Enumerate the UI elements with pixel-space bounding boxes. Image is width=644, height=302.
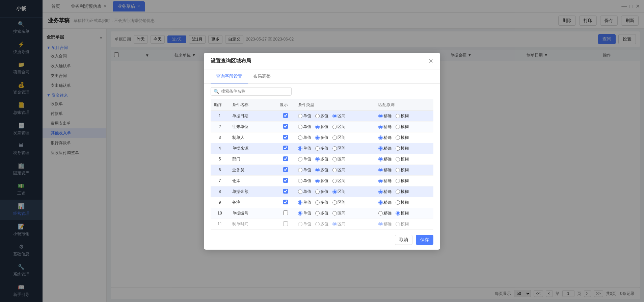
radio-fuzzy-7[interactable]: 模糊 [396,178,409,184]
dialog-footer: 取消 保存 [204,230,440,250]
cell-order: 6 [211,165,229,175]
cell-type: 单值 多值 区间 [295,197,375,208]
radio-fuzzy-1[interactable]: 模糊 [396,113,409,119]
dialog-cancel-button[interactable]: 取消 [395,235,412,245]
cell-show [276,121,295,132]
radio-multi-4[interactable]: 多值 [315,146,328,151]
cell-match: 精确 模糊 [375,132,433,143]
radio-range-1[interactable]: 区间 [332,113,346,119]
show-checkbox-5[interactable] [283,156,288,161]
dialog-conditions-table: 顺序 条件名称 显示 条件类型 匹配原则 1 单据日期 [211,99,433,230]
radio-range-4[interactable]: 区间 [332,146,346,151]
radio-multi-1[interactable]: 多值 [315,113,328,119]
cell-type: 单值 多值 区间 [295,121,375,132]
radio-multi-3[interactable]: 多值 [315,135,328,141]
radio-exact-11[interactable]: 精确 [378,221,392,227]
show-checkbox-1[interactable] [283,113,288,118]
radio-single-7[interactable]: 单值 [298,178,311,184]
radio-range-8[interactable]: 区间 [332,189,346,195]
radio-fuzzy-4[interactable]: 模糊 [396,146,409,151]
radio-single-8[interactable]: 单值 [298,189,311,195]
radio-exact-6[interactable]: 精确 [378,167,392,173]
radio-single-4[interactable]: 单值 [298,146,311,151]
radio-multi-9[interactable]: 多值 [315,200,328,205]
radio-exact-7[interactable]: 精确 [378,178,392,184]
radio-range-3[interactable]: 区间 [332,135,346,141]
radio-single-2[interactable]: 单值 [298,124,311,130]
show-checkbox-2[interactable] [283,124,288,129]
show-checkbox-3[interactable] [283,135,288,140]
dialog-close-icon[interactable]: ✕ [428,57,433,65]
radio-range-5[interactable]: 区间 [332,156,346,162]
col-condition-type: 条件类型 [295,99,375,111]
radio-exact-10[interactable]: 精确 [378,210,392,216]
radio-single-10[interactable]: 单值 [298,210,311,216]
radio-single-5[interactable]: 单值 [298,156,311,162]
dialog-body: 查询字段设置 布局调整 🔍 顺序 条 [204,70,440,230]
radio-exact-8[interactable]: 精确 [378,189,392,195]
cell-match: 精确 模糊 [375,121,433,132]
cell-type: 单值 多值 区间 [295,143,375,154]
radio-fuzzy-10[interactable]: 模糊 [396,210,409,216]
radio-fuzzy-8[interactable]: 模糊 [396,189,409,195]
radio-range-2[interactable]: 区间 [332,124,346,130]
radio-single-9[interactable]: 单值 [298,200,311,205]
radio-exact-5[interactable]: 精确 [378,156,392,162]
radio-range-10[interactable]: 区间 [332,210,346,216]
cell-show [276,186,295,197]
cell-match: 精确 模糊 [375,165,433,175]
show-checkbox-8[interactable] [283,189,288,194]
radio-fuzzy-3[interactable]: 模糊 [396,135,409,141]
radio-exact-2[interactable]: 精确 [378,124,392,130]
radio-fuzzy-2[interactable]: 模糊 [396,124,409,130]
radio-multi-11[interactable]: 多值 [315,221,328,227]
radio-multi-10[interactable]: 多值 [315,210,328,216]
cell-match: 精确 模糊 [375,208,433,219]
settings-dialog: 设置查询区域布局 ✕ 查询字段设置 布局调整 🔍 [204,53,440,250]
cell-show [276,175,295,186]
cell-show [276,208,295,219]
radio-multi-7[interactable]: 多值 [315,178,328,184]
radio-range-7[interactable]: 区间 [332,178,346,184]
radio-multi-6[interactable]: 多值 [315,167,328,173]
radio-range-6[interactable]: 区间 [332,167,346,173]
show-checkbox-7[interactable] [283,178,288,183]
radio-single-3[interactable]: 单值 [298,135,311,141]
radio-single-11[interactable]: 单值 [298,221,311,227]
cell-type: 单值 多值 区间 [295,208,375,219]
radio-fuzzy-6[interactable]: 模糊 [396,167,409,173]
radio-single-6[interactable]: 单值 [298,167,311,173]
radio-exact-9[interactable]: 精确 [378,200,392,205]
cell-match: 精确 模糊 [375,197,433,208]
radio-fuzzy-9[interactable]: 模糊 [396,200,409,205]
cell-name: 单据来源 [229,143,276,154]
radio-range-9[interactable]: 区间 [332,200,346,205]
cell-show [276,132,295,143]
radio-exact-3[interactable]: 精确 [378,135,392,141]
radio-exact-4[interactable]: 精确 [378,146,392,151]
radio-multi-2[interactable]: 多值 [315,124,328,130]
cell-show [276,197,295,208]
col-show: 显示 [276,99,295,111]
radio-multi-8[interactable]: 多值 [315,189,328,195]
dialog-tab-layout[interactable]: 布局调整 [248,70,276,83]
show-checkbox-10[interactable] [283,210,288,215]
dialog-save-button[interactable]: 保存 [416,235,433,245]
show-checkbox-6[interactable] [283,167,288,172]
show-checkbox-4[interactable] [283,146,288,150]
show-checkbox-11[interactable] [283,221,288,226]
cell-match: 精确 模糊 [375,186,433,197]
radio-single-1[interactable]: 单值 [298,113,311,119]
condition-search-input[interactable] [221,89,282,94]
radio-range-11[interactable]: 区间 [332,221,346,227]
cell-type: 单值 多值 区间 [295,110,375,121]
dialog-tab-field-settings[interactable]: 查询字段设置 [211,70,248,83]
radio-exact-1[interactable]: 精确 [378,113,392,119]
cell-show [276,219,295,229]
cell-type: 单值 多值 区间 [295,165,375,175]
radio-fuzzy-11[interactable]: 模糊 [396,221,409,227]
radio-fuzzy-5[interactable]: 模糊 [396,156,409,162]
show-checkbox-9[interactable] [283,200,288,204]
cell-name: 制单时间 [229,219,276,229]
radio-multi-5[interactable]: 多值 [315,156,328,162]
